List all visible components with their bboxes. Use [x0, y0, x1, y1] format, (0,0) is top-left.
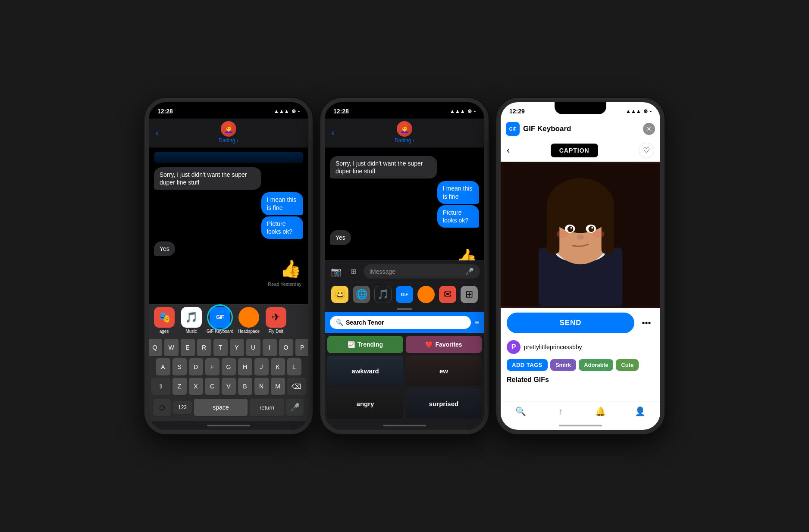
- gif-detail-back-button[interactable]: ‹: [507, 145, 510, 156]
- status-icons-2: ▲▲▲ ⊛ ▪: [450, 108, 476, 114]
- msg-received-2a: Sorry, I just didn't want the super dupe…: [330, 156, 437, 178]
- key-return[interactable]: return: [250, 399, 284, 416]
- tray-label-ages: ages: [160, 329, 169, 334]
- notch-3: [555, 102, 606, 114]
- key-emoji[interactable]: ☺: [154, 399, 171, 416]
- tray-app-gif[interactable]: GiF GIF Keyboard: [207, 307, 233, 334]
- gif-cat-awkward[interactable]: awkward: [327, 356, 403, 386]
- svg-point-17: [593, 230, 604, 238]
- tab-profile[interactable]: 👤: [631, 405, 650, 418]
- gif-cat-favorites[interactable]: ❤️ Favorites: [406, 336, 482, 353]
- tag-smirk[interactable]: Smirk: [550, 359, 576, 371]
- tray-label-music: Music: [185, 329, 197, 334]
- gif-detail: GiF GIF Keyboard ✕ ‹ CAPTION ♡: [501, 119, 660, 421]
- handle-bar: [397, 308, 412, 310]
- key-d[interactable]: D: [189, 358, 203, 376]
- key-y[interactable]: Y: [230, 339, 244, 356]
- key-t[interactable]: T: [213, 339, 228, 356]
- key-w[interactable]: W: [164, 339, 179, 356]
- gif-image: [501, 162, 660, 308]
- key-h[interactable]: H: [238, 358, 252, 376]
- poster-row: P prettylittleprincessbby: [501, 338, 660, 357]
- add-tags-button[interactable]: ADD TAGS: [507, 359, 548, 371]
- key-c[interactable]: C: [205, 378, 219, 395]
- key-shift[interactable]: ⇧: [151, 378, 170, 395]
- app-icon-globe[interactable]: 🌐: [353, 286, 370, 303]
- gif-close-button[interactable]: ✕: [643, 123, 655, 135]
- key-o[interactable]: O: [279, 339, 293, 356]
- tray-icon-flydelta: ✈: [266, 307, 286, 328]
- gif-cat-angry[interactable]: angry: [327, 388, 403, 419]
- gif-preview: [501, 162, 660, 308]
- back-button-2[interactable]: ‹: [332, 128, 335, 138]
- tab-share[interactable]: ↑: [551, 405, 570, 418]
- app-icon-emoji[interactable]: 😀: [331, 286, 348, 303]
- app-icon-other[interactable]: ⊞: [461, 286, 478, 303]
- tray-app-flydelta[interactable]: ✈ Fly Delt: [264, 307, 288, 334]
- gif-categories: 📈 Trending ❤️ Favorites awkward ew: [325, 333, 484, 421]
- app-icon-music[interactable]: 🎵: [374, 286, 392, 303]
- more-button[interactable]: •••: [639, 315, 654, 331]
- nav-contact-2[interactable]: 👩‍🦰 Darling ›: [395, 121, 414, 144]
- key-q[interactable]: Q: [149, 339, 162, 356]
- key-g[interactable]: G: [222, 358, 236, 376]
- search-icon: 🔍: [336, 319, 343, 326]
- gif-search-input[interactable]: 🔍 Search Tenor: [330, 316, 471, 329]
- key-f[interactable]: F: [205, 358, 219, 376]
- surprised-label: surprised: [429, 400, 458, 407]
- gif-cat-surprised[interactable]: surprised: [406, 388, 482, 419]
- key-l[interactable]: L: [287, 358, 301, 376]
- key-z[interactable]: Z: [172, 378, 187, 395]
- key-k[interactable]: K: [271, 358, 285, 376]
- tray-app-music[interactable]: 🎵 Music: [179, 307, 203, 334]
- app-icon-gif[interactable]: GiF: [396, 286, 413, 303]
- key-mic[interactable]: 🎤: [286, 399, 304, 416]
- key-a[interactable]: A: [156, 358, 170, 376]
- gif-detail-nav: ‹ CAPTION ♡: [501, 139, 660, 162]
- key-delete[interactable]: ⌫: [287, 378, 306, 395]
- signal-icon-3: ▲▲▲: [626, 108, 641, 114]
- send-button[interactable]: SEND: [507, 313, 634, 333]
- poster-avatar: P: [507, 340, 521, 354]
- key-r[interactable]: R: [197, 339, 211, 356]
- svg-point-13: [571, 227, 572, 229]
- nav-contact-1[interactable]: 👩‍🦰 Darling ›: [219, 121, 238, 144]
- caption-button[interactable]: CAPTION: [551, 144, 598, 157]
- gif-cat-trending[interactable]: 📈 Trending: [327, 336, 403, 353]
- tag-adorable[interactable]: Adorable: [579, 359, 613, 371]
- tab-notifications[interactable]: 🔔: [591, 405, 610, 418]
- key-e[interactable]: E: [181, 339, 195, 356]
- key-p[interactable]: P: [295, 339, 309, 356]
- input-bar-2: 📷 ⊞ iMessage 🎤: [325, 260, 484, 282]
- heart-button[interactable]: ♡: [639, 143, 654, 158]
- key-b[interactable]: B: [238, 378, 252, 395]
- back-button-1[interactable]: ‹: [156, 128, 159, 138]
- key-space[interactable]: space: [194, 399, 248, 416]
- camera-button[interactable]: 📷: [329, 265, 343, 279]
- imessage-input[interactable]: iMessage 🎤: [364, 264, 480, 279]
- key-v[interactable]: V: [222, 378, 236, 395]
- key-x[interactable]: X: [189, 378, 203, 395]
- tab-search[interactable]: 🔍: [511, 405, 530, 418]
- key-n[interactable]: N: [254, 378, 269, 395]
- messages-area-2: Sorry, I just didn't want the super dupe…: [325, 147, 484, 260]
- key-m[interactable]: M: [271, 378, 285, 395]
- svg-point-15: [577, 235, 584, 240]
- key-s[interactable]: S: [172, 358, 187, 376]
- key-123[interactable]: 123: [173, 401, 192, 414]
- key-j[interactable]: J: [254, 358, 269, 376]
- key-i[interactable]: I: [263, 339, 277, 356]
- wifi-icon-2: ⊛: [467, 108, 472, 114]
- tray-icon-gif-wrapper: GiF: [210, 307, 230, 328]
- tray-app-ages[interactable]: 🎭 ages: [152, 307, 176, 334]
- imessage-placeholder: iMessage: [370, 268, 395, 275]
- gif-cat-ew[interactable]: ew: [406, 356, 482, 386]
- gif-filter-button[interactable]: ≡: [474, 318, 479, 327]
- tray-app-headspace[interactable]: Headspace: [237, 307, 260, 334]
- angry-label: angry: [357, 400, 374, 407]
- app-icon-headspace[interactable]: [417, 286, 435, 303]
- tag-cute[interactable]: Cute: [616, 359, 639, 371]
- app-icon-flydelta[interactable]: ✉: [439, 286, 456, 303]
- apps-button[interactable]: ⊞: [346, 265, 360, 279]
- key-u[interactable]: U: [246, 339, 260, 356]
